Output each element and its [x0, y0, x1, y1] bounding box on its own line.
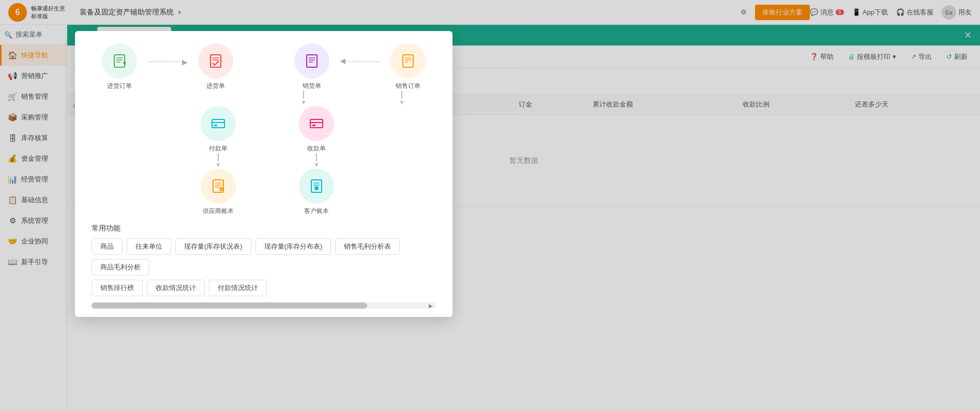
cf-btn-product[interactable]: 商品: [92, 238, 123, 255]
workflow-diagram: 进货订单 ▶ 进货单: [92, 43, 436, 216]
sales-order-icon: [390, 43, 426, 79]
cf-btn-inventory-dist[interactable]: 现存量(库存分布表): [255, 238, 331, 255]
node-sales-bill[interactable]: 销货单: [284, 43, 340, 90]
purchase-bill-icon: [198, 43, 233, 79]
common-functions-title: 常用功能: [92, 224, 436, 233]
svg-rect-21: [312, 125, 315, 126]
cf-btn-product-margin[interactable]: 商品毛利分析: [92, 259, 149, 276]
node-receipt-bill[interactable]: 收款单: [288, 106, 345, 153]
svg-point-31: [314, 186, 319, 190]
purchase-order-icon: [102, 43, 137, 79]
receipt-bill-icon: [299, 106, 334, 141]
workflow-modal: 进货订单 ▶ 进货单: [75, 31, 453, 317]
cf-btn-sales-rank[interactable]: 销售排行榜: [92, 280, 143, 296]
cf-btn-sales-margin[interactable]: 销售毛利分析表: [335, 238, 400, 255]
payment-bill-icon: [201, 106, 236, 141]
node-purchase-order[interactable]: 进货订单: [92, 43, 147, 90]
purchase-bill-label: 进货单: [206, 82, 225, 90]
svg-rect-18: [214, 125, 217, 126]
common-functions-row1: 商品 往来单位 现存量(库存状况表) 现存量(库存分布表) 销售毛利分析表 商品…: [92, 238, 436, 276]
node-payment-bill[interactable]: 付款单: [190, 106, 247, 153]
svg-rect-12: [403, 55, 413, 67]
sales-bill-label: 销货单: [303, 82, 321, 90]
common-functions-section: 常用功能 商品 往来单位 现存量(库存状况表) 现存量(库存分布表) 销售毛利分…: [92, 224, 436, 296]
node-customer-account[interactable]: 客户账本: [288, 169, 345, 216]
node-purchase-bill[interactable]: 进货单: [188, 43, 244, 90]
cf-btn-payment-stats[interactable]: 付款情况统计: [209, 280, 267, 296]
arrow-purchase-to-bill: ▶: [147, 58, 188, 77]
supplier-account-icon: ¥: [201, 169, 236, 204]
modal-overlay: 进货订单 ▶ 进货单: [0, 0, 980, 411]
node-supplier-account[interactable]: ¥ 供应商账本: [190, 169, 247, 216]
node-sales-order[interactable]: 销售订单: [380, 43, 436, 90]
svg-rect-0: [114, 55, 125, 67]
supplier-account-label: 供应商账本: [203, 207, 234, 216]
svg-rect-8: [307, 55, 317, 67]
svg-rect-19: [310, 119, 323, 128]
customer-account-label: 客户账本: [304, 207, 329, 216]
cf-btn-partners[interactable]: 往来单位: [127, 238, 171, 255]
scroll-next-button[interactable]: ▶: [426, 302, 436, 309]
svg-rect-5: [210, 55, 221, 67]
cf-btn-receipt-stats[interactable]: 收款情况统计: [147, 280, 205, 296]
customer-account-icon: [299, 169, 334, 204]
purchase-order-label: 进货订单: [107, 82, 132, 90]
sales-bill-icon: [294, 43, 329, 79]
cf-btn-inventory-status[interactable]: 现存量(库存状况表): [175, 238, 251, 255]
common-functions-row2: 销售排行榜 收款情况统计 付款情况统计: [92, 280, 436, 296]
svg-rect-16: [212, 119, 224, 128]
payment-bill-label: 付款单: [209, 144, 228, 153]
arrow-order-to-bill: ▶: [340, 58, 380, 77]
receipt-bill-label: 收款单: [307, 144, 326, 153]
scroll-thumb: [92, 302, 367, 309]
sales-order-label: 销售订单: [396, 82, 420, 90]
modal-scrollbar[interactable]: ▶: [92, 302, 436, 309]
